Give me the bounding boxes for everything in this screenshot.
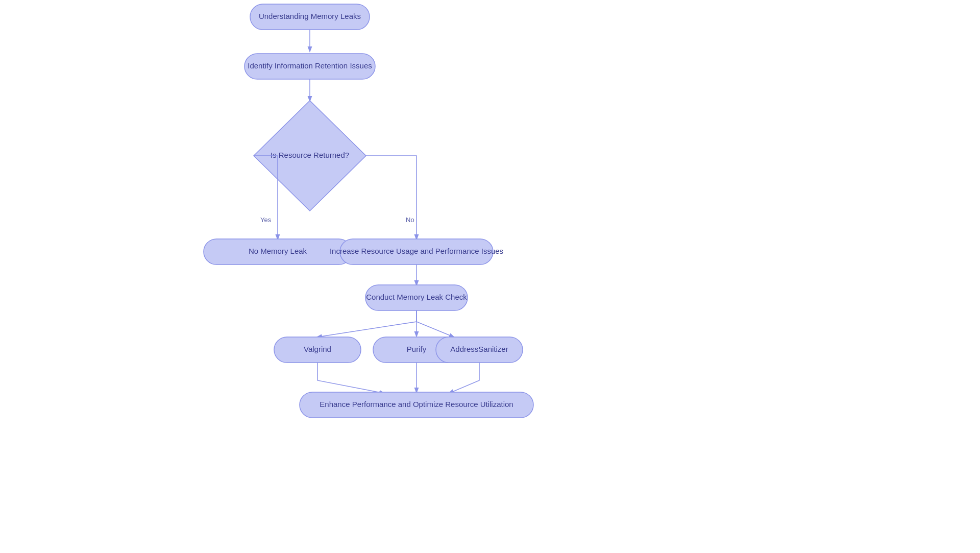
node-start-text: Understanding Memory Leaks (259, 12, 361, 20)
arrow-address-enhance (449, 363, 479, 393)
node-decision-text: Is Resource Returned? (271, 151, 349, 159)
node-identify-text: Identify Information Retention Issues (248, 61, 372, 70)
node-purify-text: Purify (407, 345, 427, 353)
label-no: No (406, 216, 414, 224)
label-yes: Yes (260, 216, 272, 224)
arrow-conduct-address (416, 310, 454, 337)
node-address-text: AddressSanitizer (450, 345, 508, 353)
node-conduct-text: Conduct Memory Leak Check (366, 293, 467, 301)
node-increase-text: Increase Resource Usage and Performance … (330, 247, 503, 255)
node-valgrind-text: Valgrind (304, 345, 331, 353)
flowchart-container: Understanding Memory Leaks Identify Info… (0, 0, 980, 553)
arrow-decision-increase (366, 156, 416, 239)
arrow-conduct-valgrind (317, 310, 416, 337)
arrow-valgrind-enhance (317, 363, 384, 393)
node-no-leak-text: No Memory Leak (249, 247, 307, 255)
node-enhance-text: Enhance Performance and Optimize Resourc… (320, 400, 513, 408)
